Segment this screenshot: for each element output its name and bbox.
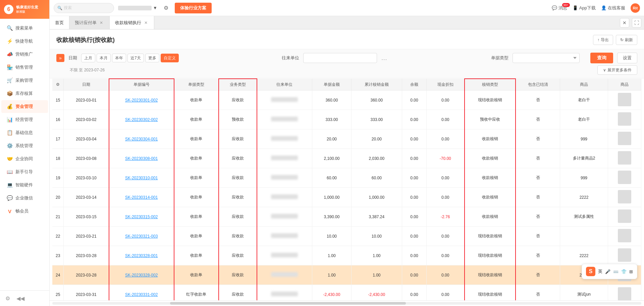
grid-icon[interactable]: ⊞ <box>629 269 633 274</box>
more-dates-btn[interactable]: 更多 <box>145 54 159 62</box>
voucher-no-link[interactable]: SK-20230302-002 <box>125 117 158 122</box>
user-avatar[interactable]: Rit <box>631 3 640 13</box>
table-row: 23 2023-03-28 SK-20230328-001 收款单 应收款 1.… <box>52 246 641 265</box>
collapse-btn[interactable]: ◀◀ <box>15 293 25 303</box>
cell-voucher-no: SK-20230304-001 <box>109 129 174 149</box>
filter-toggle-btn[interactable]: » <box>56 54 64 62</box>
sidebar-item-wechat[interactable]: 💬 企业微信 <box>1 192 48 204</box>
sidebar-item-enterprise[interactable]: 🤝 企业协同 <box>1 152 48 165</box>
cell-amount: 333.00 <box>312 110 352 129</box>
table-row: 22 2023-03-21 SK-20230321-003 收款单 应收款 10… <box>52 227 641 246</box>
cell-balance: 0.00 <box>402 285 426 301</box>
sidebar-item-marketing[interactable]: 📣 营销推广 <box>1 48 48 61</box>
filter-settings-button[interactable]: 设置 <box>617 53 637 63</box>
cell-voucher-no: SK-20230314-001 <box>109 188 174 207</box>
date-range-display: 不限 至 2023-07-26 <box>70 67 105 73</box>
col-header-date: 日期 <box>64 79 109 90</box>
cell-amount: 1,000.00 <box>312 188 352 207</box>
table-row: 17 2023-03-04 SK-20230304-001 收款单 应收款 20… <box>52 129 641 149</box>
cell-partner <box>257 246 312 265</box>
cell-balance: 0.00 <box>402 265 426 285</box>
cell-voucher-no: SK-20230321-003 <box>109 227 174 246</box>
cell-cancel-type: 收款核销 <box>465 207 516 227</box>
sidebar-item-member[interactable]: V 畅会员 <box>1 205 48 218</box>
enterprise-icon: 🤝 <box>7 156 13 162</box>
query-button[interactable]: 查询 <box>590 53 613 63</box>
cell-voucher-no: SK-20230302-002 <box>109 110 174 129</box>
cell-partner <box>257 188 312 207</box>
tab-collection-close[interactable]: ✕ <box>143 20 149 25</box>
horizontal-scrollbar[interactable] <box>52 302 641 305</box>
mic-icon[interactable]: 🎤 <box>605 269 610 274</box>
cell-discount: 0.00 <box>427 129 465 149</box>
sidebar: 6 畅康道好生意 标准版 🔍 搜索菜单 ⚡ 快捷导航 📣 营销推广 🏪 销售管理… <box>0 0 50 306</box>
tab-prepay-close[interactable]: ✕ <box>99 20 104 25</box>
system-icon: ⚙️ <box>7 143 13 149</box>
cell-goods2 <box>608 129 641 149</box>
app-download-button[interactable]: 📱 App下载 <box>573 5 596 11</box>
cell-biz-type: 应收款 <box>219 265 257 285</box>
topbar-dropdown[interactable]: ▼ <box>118 5 157 10</box>
last-7days-btn[interactable]: 近7天 <box>127 54 144 62</box>
sidebar-item-inventory[interactable]: 📦 库存核算 <box>1 87 48 100</box>
voucher-no-link[interactable]: SK-20230308-001 <box>125 156 158 161</box>
voucher-no-link[interactable]: SK-20230314-001 <box>125 195 158 200</box>
sidebar-item-search[interactable]: 🔍 搜索菜单 <box>1 22 48 35</box>
cell-goods: 多计量商品2 <box>560 149 608 168</box>
message-button[interactable]: 💬 消息 99+ <box>552 5 567 11</box>
voucher-no-link[interactable]: SK-20230328-001 <box>125 253 158 258</box>
voucher-no-link[interactable]: SK-20230301-002 <box>125 98 158 103</box>
voucher-type-select[interactable] <box>513 53 580 63</box>
industry-solution-button[interactable]: 体验行业方案 <box>175 3 212 13</box>
table-row: 24 2023-03-28 SK-20230328-002 收款单 应收款 1.… <box>52 265 641 285</box>
settings-bottom-btn[interactable]: ⚙ <box>3 293 13 303</box>
sidebar-item-hardware[interactable]: 💻 智能硬件 <box>1 179 48 191</box>
expand-more-btn[interactable]: ∨ 展开更多条件 <box>597 65 637 75</box>
page-header: 收款核销执行(按收款) ↑ 导出 ↻ 刷新 <box>50 29 644 49</box>
sidebar-item-operations[interactable]: 📊 经营管理 <box>1 113 48 126</box>
online-service-button[interactable]: 👤 在线客服 <box>601 5 625 11</box>
export-button[interactable]: ↑ 导出 <box>593 35 613 45</box>
custom-date-btn[interactable]: 自定义 <box>161 54 179 62</box>
refresh-button[interactable]: ↻ 刷新 <box>616 35 637 45</box>
voucher-no-link[interactable]: SK-20230331-002 <box>125 292 158 297</box>
cell-voucher-no: SK-20230308-001 <box>109 149 174 168</box>
tab-prepay[interactable]: 预计应付单 ✕ <box>69 16 110 29</box>
topbar-search-box[interactable]: 🔍 搜索 <box>54 3 114 13</box>
this-year-btn[interactable]: 本年 <box>112 54 126 62</box>
voucher-no-link[interactable]: SK-20230304-001 <box>125 137 158 141</box>
sidebar-item-finance[interactable]: 💰 资金管理 <box>1 100 48 113</box>
tab-fullscreen-btn[interactable]: ⛶ <box>632 18 641 27</box>
cell-total-cancel: 3,387.24 <box>351 207 402 227</box>
tab-collection-exec[interactable]: 收款核销执行 ✕ <box>110 16 154 29</box>
sidebar-item-purchase[interactable]: 🛒 采购管理 <box>1 74 48 87</box>
cell-goods: 2222 <box>560 188 608 207</box>
tab-home[interactable]: 首页 <box>50 16 69 29</box>
cell-num: 15 <box>52 90 64 110</box>
table-body: 15 2023-03-01 SK-20230301-002 收款单 应收款 36… <box>52 90 641 301</box>
voucher-no-link[interactable]: SK-20230310-001 <box>125 176 158 180</box>
brand-text: 英 <box>598 268 602 274</box>
scrollbar-thumb[interactable] <box>170 302 406 305</box>
sidebar-item-quicknav[interactable]: ⚡ 快捷导航 <box>1 35 48 48</box>
cell-partner <box>257 110 312 129</box>
gear-button[interactable]: ⚙ <box>161 3 171 13</box>
sidebar-item-system[interactable]: ⚙️ 系统管理 <box>1 139 48 152</box>
app-label: App下载 <box>579 5 596 11</box>
tab-close-all-btn[interactable]: ✕ <box>620 18 629 27</box>
col-header-gear[interactable]: ⚙ <box>52 79 64 90</box>
cell-date: 2023-03-28 <box>64 265 109 285</box>
sidebar-item-basic[interactable]: 📋 基础信息 <box>1 126 48 139</box>
this-month-btn[interactable]: 本月 <box>97 54 111 62</box>
table-row: 25 2023-03-31 SK-20230331-002 红字收款单 应收款 … <box>52 285 641 301</box>
last-month-btn[interactable]: 上月 <box>81 54 95 62</box>
voucher-no-link[interactable]: SK-20230321-003 <box>125 234 158 239</box>
sidebar-item-sales[interactable]: 🏪 销售管理 <box>1 61 48 74</box>
keyboard-icon[interactable]: ⌨️ <box>613 269 619 274</box>
shirt-icon[interactable]: 👕 <box>621 269 627 274</box>
voucher-no-link[interactable]: SK-20230315-002 <box>125 215 158 219</box>
cell-include-settled: 否 <box>516 227 560 246</box>
partner-input[interactable] <box>303 53 377 63</box>
voucher-no-link[interactable]: SK-20230328-002 <box>125 273 158 278</box>
sidebar-item-guide[interactable]: 📖 新手引导 <box>1 166 48 178</box>
